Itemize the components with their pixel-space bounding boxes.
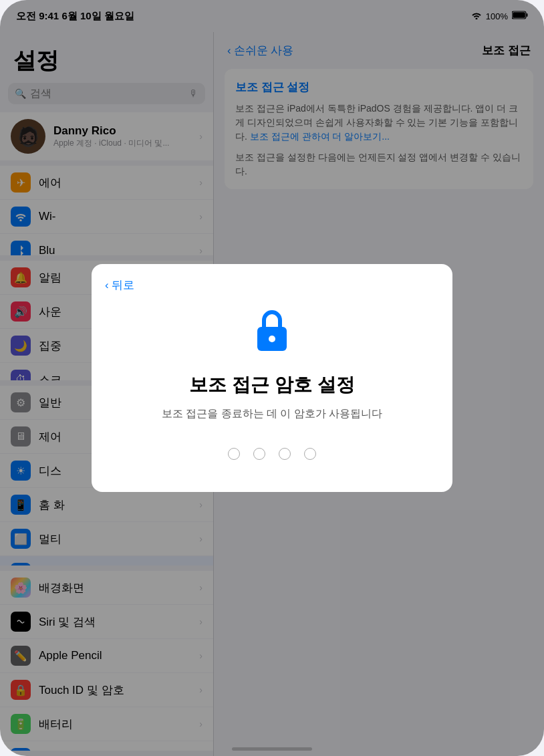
passcode-dots [228, 448, 316, 460]
modal-back-button[interactable]: ‹ 뒤로 [105, 277, 134, 293]
passcode-dot-2 [253, 448, 265, 460]
modal-title: 보조 접근 암호 설정 [189, 372, 354, 398]
passcode-dot-3 [279, 448, 291, 460]
home-indicator [232, 747, 312, 751]
modal-back-chevron-icon: ‹ [105, 279, 109, 292]
lock-icon-wrap [252, 307, 292, 356]
lock-icon [252, 307, 292, 354]
svg-point-9 [269, 336, 275, 342]
modal-overlay: ‹ 뒤로 보조 접근 암호 설정 보조 접근을 종료하는 데 이 암호가 사용됩… [0, 0, 544, 756]
passcode-dot-1 [228, 448, 240, 460]
modal-dialog: ‹ 뒤로 보조 접근 암호 설정 보조 접근을 종료하는 데 이 암호가 사용됩… [92, 264, 452, 492]
passcode-dot-4 [304, 448, 316, 460]
modal-description: 보조 접근을 종료하는 데 이 암호가 사용됩니다 [162, 407, 383, 421]
